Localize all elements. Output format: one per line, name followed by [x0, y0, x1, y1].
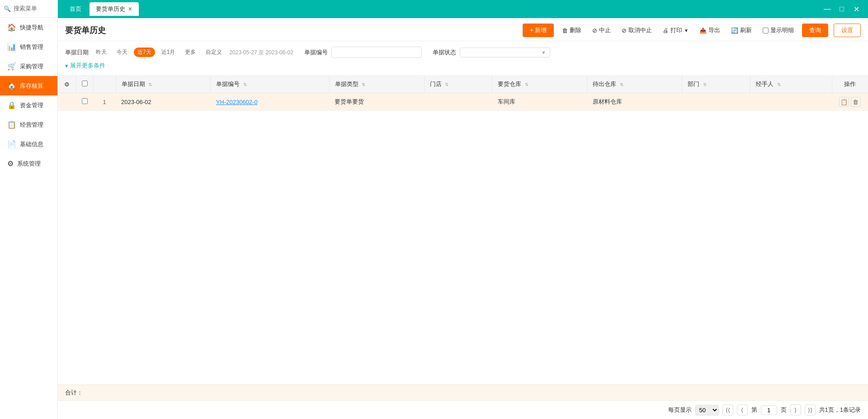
- page-size-select[interactable]: 50 10 20 100: [695, 405, 719, 415]
- export-button[interactable]: 📤 导出: [697, 24, 723, 36]
- date-filter: 单据日期 昨天 今天 近7天 近1月 更多 自定义 2023-05-27 至 2…: [65, 48, 293, 57]
- sort-icon-order-type: ⇅: [362, 82, 365, 87]
- date-btn-last7days[interactable]: 近7天: [134, 48, 155, 57]
- col-order-no[interactable]: 单据编号 ⇅: [211, 76, 329, 93]
- show-detail-checkbox[interactable]: [763, 28, 769, 33]
- filter-row: 单据日期 昨天 今天 近7天 近1月 更多 自定义 2023-05-27 至 2…: [65, 47, 861, 58]
- tab-requisition-history-label: 要货单历史: [96, 5, 125, 13]
- row-checkbox[interactable]: [76, 93, 93, 111]
- date-btn-yesterday[interactable]: 昨天: [92, 48, 110, 57]
- sidebar-item-basic-info[interactable]: 📄 基础信息: [0, 134, 57, 154]
- stop-icon: ⊘: [592, 27, 597, 34]
- tab-home[interactable]: 首页: [63, 2, 88, 16]
- col-actions: 操作: [832, 76, 868, 93]
- row-handler: [750, 93, 832, 111]
- doc-icon: 📄: [7, 140, 16, 148]
- sidebar-item-label: 销售管理: [20, 43, 43, 51]
- settings-button[interactable]: 设置: [834, 24, 861, 37]
- table-header-row: ⚙ 单据日期 ⇅ 单据编号 ⇅: [58, 76, 868, 93]
- table-row[interactable]: 1 2023-06-02 YH-20230602-0 要货单要货 车间库 原材料…: [58, 93, 868, 111]
- col-gear[interactable]: ⚙: [58, 76, 76, 93]
- show-detail-toggle[interactable]: 显示明细: [760, 24, 797, 36]
- row-edit-icon[interactable]: 📋: [839, 97, 849, 107]
- date-btn-today[interactable]: 今天: [113, 48, 131, 57]
- gear-icon: ⚙: [7, 159, 14, 168]
- sidebar-item-system-mgmt[interactable]: ⚙ 系统管理: [0, 154, 57, 173]
- status-select[interactable]: ▼: [460, 48, 550, 57]
- row-delete-icon[interactable]: 🗑: [851, 97, 861, 107]
- sidebar-item-purchase-mgmt[interactable]: 🛒 采购管理: [0, 57, 57, 76]
- sidebar-item-label: 经营管理: [20, 121, 43, 129]
- sidebar-item-sales-mgmt[interactable]: 📊 销售管理: [0, 37, 57, 57]
- order-no-input[interactable]: [331, 47, 422, 58]
- minimize-button[interactable]: —: [821, 3, 834, 15]
- first-page-button[interactable]: ⟨⟨: [722, 405, 733, 415]
- row-order-no[interactable]: YH-20230602-0: [211, 93, 329, 111]
- select-all-checkbox[interactable]: [82, 81, 88, 86]
- sidebar-item-operations-mgmt[interactable]: 📋 经营管理: [0, 115, 57, 134]
- order-no-label: 单据编号: [304, 48, 328, 57]
- col-order-type[interactable]: 单据类型 ⇅: [329, 76, 424, 93]
- row-date: 2023-06-02: [116, 93, 211, 111]
- chevron-down-icon: ▼: [541, 50, 546, 55]
- delete-button[interactable]: 🗑 删除: [559, 24, 584, 36]
- export-icon: 📤: [699, 27, 707, 34]
- date-btn-custom[interactable]: 自定义: [202, 48, 226, 57]
- close-button[interactable]: ✕: [850, 3, 863, 15]
- col-req-warehouse[interactable]: 要货仓库 ⇅: [492, 76, 587, 93]
- last-page-button[interactable]: ⟩⟩: [805, 405, 816, 415]
- row-pending-warehouse: 原材料仓库: [587, 93, 682, 111]
- col-pending-warehouse[interactable]: 待出仓库 ⇅: [587, 76, 682, 93]
- sidebar-item-label: 资金管理: [20, 101, 43, 110]
- sidebar: 🔍 搜索菜单 🏠 快捷导航 📊 销售管理 🛒 采购管理 🏠 库存核算 🔒 资金管…: [0, 0, 58, 419]
- new-button[interactable]: + 新增: [523, 24, 554, 37]
- date-btn-more[interactable]: 更多: [181, 48, 199, 57]
- row-req-warehouse: 车间库: [492, 93, 587, 111]
- sort-icon-order-no: ⇅: [243, 82, 247, 87]
- chevron-down-icon: ▾: [65, 62, 68, 69]
- col-handler[interactable]: 经手人 ⇅: [750, 76, 832, 93]
- maximize-button[interactable]: □: [835, 3, 848, 15]
- sidebar-item-quick-nav[interactable]: 🏠 快捷导航: [0, 18, 57, 37]
- sort-icon-date: ⇅: [148, 82, 152, 87]
- prev-page-button[interactable]: ⟨: [737, 405, 748, 415]
- sidebar-item-inventory-mgmt[interactable]: 🏠 库存核算: [0, 76, 57, 95]
- expand-conditions-btn[interactable]: ▾ 展开更多条件: [65, 62, 861, 70]
- topbar-right-actions: — □ ✕: [821, 3, 863, 15]
- row-actions: 📋 🗑: [832, 93, 868, 111]
- sort-icon-pending-warehouse: ⇅: [620, 82, 623, 87]
- sidebar-item-finance-mgmt[interactable]: 🔒 资金管理: [0, 95, 57, 115]
- col-checkbox[interactable]: [76, 76, 93, 93]
- col-department[interactable]: 部门 ⇅: [682, 76, 750, 93]
- query-button[interactable]: 查询: [802, 24, 828, 37]
- col-store[interactable]: 门店 ⇅: [424, 76, 492, 93]
- expand-label: 展开更多条件: [70, 62, 105, 70]
- date-btn-last-month[interactable]: 近1月: [158, 48, 179, 57]
- col-date[interactable]: 单据日期 ⇅: [116, 76, 211, 93]
- stop-button[interactable]: ⊘ 中止: [590, 24, 613, 36]
- tab-close-icon[interactable]: ✕: [128, 6, 132, 12]
- row-gear: [58, 93, 76, 111]
- order-no-filter: 单据编号: [304, 47, 422, 58]
- sidebar-search[interactable]: 🔍 搜索菜单: [0, 0, 57, 18]
- refresh-icon: 🔄: [731, 27, 738, 34]
- tab-home-label: 首页: [70, 5, 81, 13]
- data-table: ⚙ 单据日期 ⇅ 单据编号 ⇅: [58, 76, 868, 111]
- chevron-down-icon: ▼: [684, 28, 689, 33]
- sidebar-item-label: 基础信息: [20, 140, 43, 148]
- print-icon: 🖨: [663, 27, 669, 34]
- page-number-input[interactable]: 1: [761, 405, 777, 415]
- page-title: 要货单历史: [65, 25, 523, 36]
- header-actions: + 新增 🗑 删除 ⊘ 中止 ⊘ 取消中止 🖨 打印 ▼: [523, 24, 861, 37]
- print-button[interactable]: 🖨 打印 ▼: [660, 24, 691, 36]
- date-shortcuts: 昨天 今天 近7天 近1月 更多 自定义: [92, 48, 226, 57]
- tab-requisition-history[interactable]: 要货单历史 ✕: [90, 2, 139, 16]
- total-info: 共1页，1条记录: [819, 406, 861, 414]
- next-page-button[interactable]: ⟩: [790, 405, 801, 415]
- chart-icon: 📊: [7, 43, 16, 51]
- cancel-stop-button[interactable]: ⊘ 取消中止: [619, 24, 655, 36]
- lock-icon: 🔒: [7, 101, 16, 110]
- delete-icon: 🗑: [562, 27, 568, 34]
- refresh-button[interactable]: 🔄 刷新: [728, 24, 755, 36]
- home-icon: 🏠: [7, 23, 16, 32]
